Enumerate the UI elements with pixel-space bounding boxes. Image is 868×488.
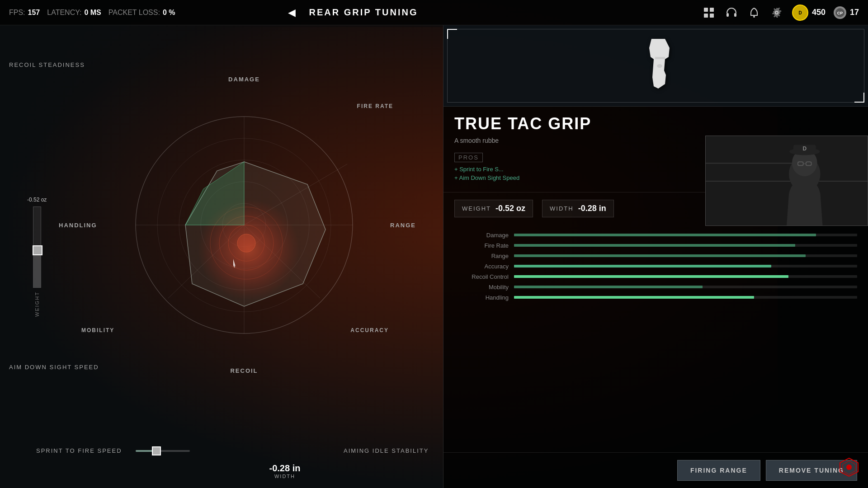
- width-tuning-badge: WIDTH -0.28 in: [542, 200, 614, 217]
- stat-fill-recoil: [514, 275, 788, 278]
- packet-loss-value: 0 %: [163, 9, 175, 17]
- stat-fill-damage: [514, 234, 816, 236]
- stat-fill-range: [514, 254, 806, 257]
- radar-svg: [108, 89, 380, 361]
- sprint-to-fire-thumb[interactable]: [152, 446, 161, 455]
- weight-tuning-badge: WEIGHT -0.52 oz: [454, 200, 533, 217]
- currency-icon: D: [792, 5, 808, 21]
- stat-bar-range: Range: [454, 253, 857, 259]
- sprint-to-fire-track[interactable]: [136, 450, 190, 452]
- streamer-video: D: [706, 136, 868, 226]
- stat-track-mobility: [514, 286, 857, 288]
- svg-point-45: [846, 465, 852, 470]
- width-tuning-value: -0.28 in: [578, 204, 606, 213]
- stat-label-accuracy: Accuracy: [454, 263, 509, 270]
- radar-label-recoil: RECOIL: [230, 367, 258, 374]
- svg-rect-34: [706, 163, 796, 164]
- svg-point-31: [657, 64, 662, 68]
- main-content: RECOIL STEADINESS AIM DOWN SIGHT SPEED -…: [0, 25, 868, 488]
- cp-badge: CP 17: [834, 6, 859, 19]
- headset-icon[interactable]: [724, 5, 739, 20]
- right-panel: TRUE TAC GRIP A smooth rubbe PROS + Spri…: [443, 25, 868, 488]
- stat-bar-firerate: Fire Rate: [454, 242, 857, 249]
- webcam-inner: D: [706, 136, 868, 225]
- radar-label-handling: HANDLING: [59, 222, 97, 229]
- radar-label-mobility: MOBILITY: [81, 327, 114, 333]
- svg-text:D: D: [798, 10, 802, 15]
- svg-rect-1: [710, 8, 714, 12]
- radar-label-damage: DAMAGE: [228, 76, 260, 83]
- svg-rect-2: [704, 14, 708, 18]
- stat-bar-mobility: Mobility: [454, 284, 857, 291]
- weight-value-text: -0.52 oz: [27, 197, 47, 203]
- weight-axis-label: WEIGHT: [34, 291, 40, 317]
- notification-icon[interactable]: [747, 5, 761, 20]
- stat-track-firerate: [514, 244, 857, 247]
- stat-fill-accuracy: [514, 265, 771, 267]
- sprint-fire-unit: WIDTH: [136, 474, 434, 479]
- webcam-overlay: D: [705, 136, 868, 226]
- action-buttons: FIRING RANGE REMOVE TUNING: [443, 452, 868, 488]
- svg-point-6: [753, 16, 755, 18]
- currency-badge: D 450: [792, 5, 826, 21]
- weight-tuning-label: WEIGHT: [462, 205, 491, 212]
- weight-tuning-value: -0.52 oz: [495, 204, 525, 213]
- stat-track-handling: [514, 296, 857, 299]
- width-tuning-label: WIDTH: [550, 205, 574, 212]
- item-name: TRUE TAC GRIP: [454, 116, 857, 132]
- pros-label: PROS: [454, 153, 483, 162]
- svg-rect-5: [734, 13, 736, 17]
- svg-rect-4: [726, 13, 729, 17]
- sprint-to-fire-label: SPRINT TO FIRE SPEED: [36, 447, 127, 454]
- latency-label: LATENCY:: [47, 9, 81, 17]
- weight-bar: [33, 206, 41, 288]
- stat-track-recoil: [514, 275, 857, 278]
- topbar-right: D 450 CP 17: [702, 5, 859, 21]
- stat-bars: Damage Fire Rate Range Accuracy: [443, 225, 868, 452]
- weight-indicator: -0.52 oz WEIGHT: [27, 197, 47, 317]
- latency-value: 0 MS: [84, 9, 101, 17]
- settings-icon[interactable]: [769, 5, 784, 20]
- svg-marker-30: [185, 162, 244, 225]
- aiming-idle-label: AIMING IDLE STABILITY: [344, 447, 434, 454]
- stat-track-accuracy: [514, 265, 857, 267]
- weight-bar-fill: [33, 255, 41, 287]
- stat-label-damage: Damage: [454, 232, 509, 239]
- bottom-sliders: SPRINT TO FIRE SPEED AIMING IDLE STABILI…: [36, 447, 434, 479]
- fps-stat: FPS: 157: [9, 9, 40, 17]
- topbar: FPS: 157 LATENCY: 0 MS PACKET LOSS: 0 % …: [0, 0, 868, 25]
- back-button[interactable]: ◀: [283, 5, 300, 21]
- cod-logo: [839, 457, 859, 479]
- currency-value: 450: [812, 8, 826, 17]
- grid-icon[interactable]: [702, 5, 716, 20]
- weight-slider-thumb[interactable]: [33, 245, 42, 255]
- stat-bar-accuracy: Accuracy: [454, 263, 857, 270]
- latency-stat: LATENCY: 0 MS: [47, 9, 101, 17]
- stat-fill-mobility: [514, 286, 703, 288]
- cp-value: 17: [850, 8, 859, 17]
- svg-text:D: D: [802, 145, 807, 152]
- fps-value: 157: [28, 9, 40, 17]
- radar-label-range: RANGE: [390, 222, 416, 229]
- stat-track-damage: [514, 234, 857, 236]
- stat-label-handling: Handling: [454, 294, 509, 301]
- stat-label-recoil: Recoil Control: [454, 273, 509, 280]
- stat-label-firerate: Fire Rate: [454, 242, 509, 249]
- fps-label: FPS:: [9, 9, 25, 17]
- svg-marker-29: [185, 162, 326, 306]
- radar-label-firerate: FIRE RATE: [357, 103, 393, 109]
- grip-image: [620, 34, 692, 98]
- page-title: REAR GRIP TUNING: [309, 7, 418, 18]
- radar-container: DAMAGE FIRE RATE RANGE ACCURACY RECOIL M…: [108, 89, 380, 361]
- stat-bar-damage: Damage: [454, 232, 857, 239]
- stat-label-range: Range: [454, 253, 509, 259]
- packet-loss-label: PACKET LOSS:: [108, 9, 160, 17]
- stat-fill-firerate: [514, 244, 795, 247]
- stat-bar-handling: Handling: [454, 294, 857, 301]
- stat-label-mobility: Mobility: [454, 284, 509, 291]
- item-name-text: TRUE TAC GRIP: [454, 114, 591, 133]
- cp-icon: CP: [834, 6, 846, 19]
- svg-rect-0: [704, 8, 708, 12]
- radar-area: DAMAGE FIRE RATE RANGE ACCURACY RECOIL M…: [45, 52, 443, 398]
- firing-range-button[interactable]: FIRING RANGE: [677, 460, 760, 481]
